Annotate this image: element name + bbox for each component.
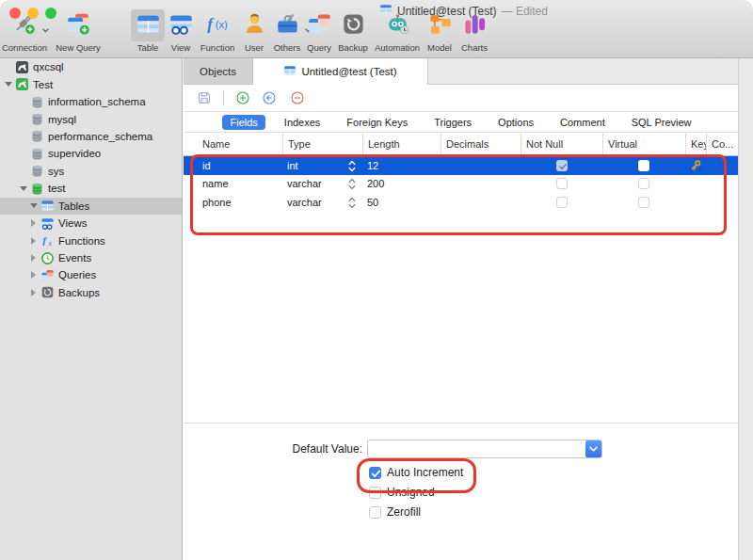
connection-tree-sidebar: qxcsqlTestinformation_schemamysqlperform… bbox=[0, 58, 183, 560]
titlebar: Untitled@test (Test) — Edited Connection… bbox=[0, 0, 753, 58]
field-length-cell[interactable]: 50 bbox=[362, 193, 441, 212]
sidebar-item-backups[interactable]: Backups bbox=[0, 284, 182, 301]
charts-icon bbox=[462, 11, 488, 40]
toolbar-item-charts[interactable]: Charts bbox=[431, 9, 518, 53]
save-button[interactable] bbox=[197, 90, 212, 105]
comment-cell[interactable] bbox=[706, 156, 738, 175]
auto-increment-checkbox[interactable] bbox=[369, 467, 381, 479]
sidebar-item-tables[interactable]: Tables bbox=[0, 198, 182, 215]
toolbar-separator bbox=[223, 90, 224, 105]
unsigned-checkbox[interactable] bbox=[369, 487, 381, 499]
sidebar-item-label: supervideo bbox=[48, 148, 101, 159]
virtual-checkbox[interactable] bbox=[638, 178, 649, 189]
virtual-checkbox[interactable] bbox=[638, 160, 649, 171]
sidebar-item-sys[interactable]: sys bbox=[0, 163, 182, 180]
sidebar-item-views[interactable]: Views bbox=[0, 215, 182, 232]
sidebar-item-qxcsql[interactable]: qxcsql bbox=[0, 58, 182, 75]
combo-dropdown-button[interactable] bbox=[585, 440, 601, 457]
field-name-cell[interactable]: name bbox=[184, 175, 282, 194]
comment-cell[interactable] bbox=[706, 193, 738, 212]
sidebar-item-functions[interactable]: fxFunctions bbox=[0, 232, 182, 248]
tab-objects[interactable]: Objects bbox=[184, 58, 253, 84]
disclosure-collapsed-icon[interactable] bbox=[28, 289, 39, 296]
comment-cell[interactable] bbox=[706, 175, 738, 194]
tab-untitled-table[interactable]: Untitled@test (Test) bbox=[253, 58, 428, 85]
field-length-cell[interactable]: 12 bbox=[362, 156, 441, 175]
key-cell: 1 bbox=[685, 156, 706, 175]
field-row-phone[interactable]: phonevarchar50 bbox=[184, 193, 738, 212]
type-stepper[interactable] bbox=[348, 197, 356, 211]
disclosure-collapsed-icon[interactable] bbox=[28, 237, 39, 245]
sidebar-item-label: Functions bbox=[58, 235, 105, 247]
sidebar-item-supervideo[interactable]: supervideo bbox=[0, 145, 182, 162]
tab-sql-preview[interactable]: SQL Preview bbox=[624, 115, 699, 130]
delete-field-button[interactable] bbox=[290, 90, 305, 105]
field-row-id[interactable]: idint121 bbox=[184, 156, 738, 175]
field-type-cell[interactable]: int bbox=[282, 156, 362, 175]
column-header-length[interactable]: Length bbox=[362, 133, 441, 155]
sidebar-item-performance_schema[interactable]: performance_schema bbox=[0, 128, 182, 145]
option-unsigned[interactable]: Unsigned bbox=[369, 486, 435, 499]
not-null-cell bbox=[521, 193, 602, 212]
disclosure-collapsed-icon[interactable] bbox=[28, 271, 39, 279]
not-null-checkbox[interactable] bbox=[556, 178, 568, 189]
add-circle-icon bbox=[235, 90, 250, 105]
sidebar-item-test[interactable]: test bbox=[0, 180, 182, 197]
field-type-cell[interactable]: varchar bbox=[282, 193, 362, 212]
not-null-checkbox[interactable] bbox=[556, 160, 568, 171]
tab-triggers[interactable]: Triggers bbox=[426, 115, 479, 130]
field-name-cell[interactable]: id bbox=[184, 156, 282, 175]
tables-icon bbox=[40, 199, 55, 213]
type-stepper[interactable] bbox=[348, 160, 356, 174]
column-header-not-null[interactable]: Not Null bbox=[521, 133, 602, 155]
navicat-window: Untitled@test (Test) — Edited Connection… bbox=[0, 0, 753, 560]
sidebar-item-test[interactable]: Test bbox=[0, 75, 182, 92]
field-decimals-cell[interactable] bbox=[441, 156, 521, 175]
virtual-cell bbox=[602, 193, 685, 212]
column-header-virtual[interactable]: Virtual bbox=[602, 133, 685, 155]
insert-field-button[interactable] bbox=[262, 90, 277, 105]
field-name-cell[interactable]: phone bbox=[184, 193, 282, 212]
field-decimals-cell[interactable] bbox=[441, 193, 521, 212]
option-auto-increment[interactable]: Auto Increment bbox=[369, 466, 463, 479]
default-value-combobox[interactable] bbox=[367, 440, 602, 458]
views-icon bbox=[40, 216, 55, 231]
tab-fields[interactable]: Fields bbox=[222, 115, 264, 130]
tab-foreign-keys[interactable]: Foreign Keys bbox=[339, 115, 415, 130]
disclosure-expanded-icon[interactable] bbox=[18, 186, 28, 191]
sidebar-item-queries[interactable]: Queries bbox=[0, 266, 182, 283]
option-zerofill[interactable]: Zerofill bbox=[369, 505, 421, 519]
virtual-checkbox[interactable] bbox=[638, 197, 649, 208]
database-gray-icon bbox=[30, 112, 44, 126]
not-null-checkbox[interactable] bbox=[556, 197, 568, 208]
tab-comment[interactable]: Comment bbox=[553, 115, 613, 130]
tab-untitled-label: Untitled@test (Test) bbox=[301, 66, 396, 77]
scrollbar-track[interactable] bbox=[738, 58, 753, 560]
tab-options[interactable]: Options bbox=[490, 115, 541, 130]
add-field-button[interactable] bbox=[235, 90, 250, 105]
column-header-type[interactable]: Type bbox=[282, 133, 362, 155]
sidebar-item-events[interactable]: Events bbox=[0, 249, 182, 266]
tab-indexes[interactable]: Indexes bbox=[277, 115, 328, 130]
column-header-key[interactable]: Key bbox=[685, 133, 706, 155]
field-type-cell[interactable]: varchar bbox=[282, 175, 362, 194]
column-header-decimals[interactable]: Decimals bbox=[441, 133, 521, 155]
type-stepper[interactable] bbox=[348, 178, 356, 192]
field-row-name[interactable]: namevarchar200 bbox=[184, 175, 738, 194]
disclosure-expanded-icon[interactable] bbox=[28, 203, 39, 208]
column-header-name[interactable]: Name bbox=[184, 133, 282, 155]
disclosure-collapsed-icon[interactable] bbox=[28, 254, 39, 262]
column-header-co[interactable]: Co... bbox=[706, 133, 738, 155]
insert-circle-icon bbox=[262, 90, 277, 105]
sidebar-item-information_schema[interactable]: information_schema bbox=[0, 93, 182, 110]
sidebar-item-label: Views bbox=[58, 217, 87, 229]
field-length-cell[interactable]: 200 bbox=[362, 175, 441, 194]
virtual-cell bbox=[602, 156, 685, 175]
zerofill-checkbox[interactable] bbox=[369, 506, 381, 519]
backups-icon bbox=[40, 285, 55, 299]
mysql-connection-green-icon bbox=[15, 77, 29, 91]
disclosure-expanded-icon[interactable] bbox=[3, 82, 13, 87]
disclosure-collapsed-icon[interactable] bbox=[28, 219, 39, 227]
sidebar-item-mysql[interactable]: mysql bbox=[0, 110, 182, 127]
field-decimals-cell[interactable] bbox=[441, 175, 521, 194]
